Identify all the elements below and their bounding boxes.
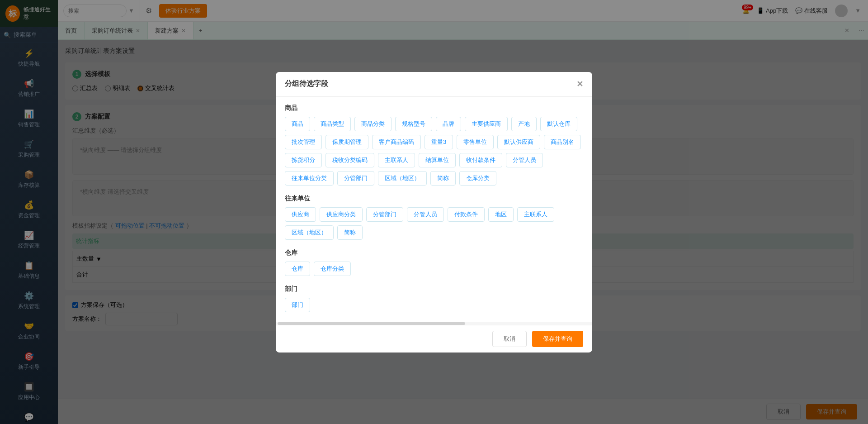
field-chip[interactable]: 供应商分类 bbox=[320, 207, 363, 222]
field-chip[interactable]: 品牌 bbox=[436, 117, 461, 131]
field-chip[interactable]: 仓库 bbox=[285, 262, 310, 276]
field-chip[interactable]: 部门 bbox=[285, 298, 310, 312]
field-chip[interactable]: 分管人员 bbox=[407, 207, 444, 222]
field-section-goods: 商品商品商品类型商品分类规格型号品牌主要供应商产地默认仓库批次管理保质期管理客户… bbox=[285, 104, 583, 186]
field-chip[interactable]: 收付款条件 bbox=[459, 153, 502, 167]
field-chip[interactable]: 分管部门 bbox=[366, 207, 403, 222]
field-section-title-warehouse: 仓库 bbox=[285, 249, 583, 257]
field-section-counterpart: 往来单位供应商供应商分类分管部门分管人员付款条件地区主联系人区域（地区）简称 bbox=[285, 195, 583, 240]
field-chip[interactable]: 仓库分类 bbox=[314, 262, 351, 276]
field-chip[interactable]: 供应商 bbox=[285, 207, 316, 222]
modal-confirm-button[interactable]: 保存并查询 bbox=[532, 331, 583, 347]
field-chip[interactable]: 拣货积分 bbox=[285, 153, 322, 167]
field-section-title-goods: 商品 bbox=[285, 104, 583, 112]
field-chip[interactable]: 往来单位分类 bbox=[285, 171, 334, 186]
field-chip[interactable]: 分管人员 bbox=[506, 153, 543, 167]
modal-header: 分组待选字段 ✕ bbox=[276, 72, 592, 97]
field-chips-counterpart: 供应商供应商分类分管部门分管人员付款条件地区主联系人区域（地区）简称 bbox=[285, 207, 583, 240]
modal-footer: 取消 保存并查询 bbox=[276, 325, 592, 353]
field-chip[interactable]: 产地 bbox=[511, 117, 537, 131]
field-chip[interactable]: 批次管理 bbox=[285, 135, 322, 149]
field-select-modal: 分组待选字段 ✕ 商品商品商品类型商品分类规格型号品牌主要供应商产地默认仓库批次… bbox=[276, 72, 592, 353]
field-chip[interactable]: 区域（地区） bbox=[285, 225, 334, 240]
field-chip[interactable]: 仓库分类 bbox=[459, 171, 496, 186]
field-chip[interactable]: 主联系人 bbox=[378, 153, 415, 167]
field-chip[interactable]: 零售单位 bbox=[457, 135, 494, 149]
modal-close-button[interactable]: ✕ bbox=[576, 79, 583, 89]
field-chip[interactable]: 规格型号 bbox=[395, 117, 432, 131]
field-chip[interactable]: 简称 bbox=[430, 171, 456, 186]
field-section-title-department: 部门 bbox=[285, 285, 583, 293]
field-chip[interactable]: 默认供应商 bbox=[497, 135, 540, 149]
field-section-warehouse: 仓库仓库仓库分类 bbox=[285, 249, 583, 276]
field-chip[interactable]: 付款条件 bbox=[448, 207, 485, 222]
field-chip[interactable]: 商品 bbox=[285, 117, 310, 131]
field-chip[interactable]: 商品分类 bbox=[354, 117, 392, 131]
field-chip[interactable]: 税收分类编码 bbox=[326, 153, 374, 167]
field-chip[interactable]: 地区 bbox=[488, 207, 514, 222]
field-chip[interactable]: 结算单位 bbox=[419, 153, 456, 167]
field-chip[interactable]: 客户商品编码 bbox=[372, 135, 421, 149]
field-section-department: 部门部门 bbox=[285, 285, 583, 312]
field-chip[interactable]: 分管部门 bbox=[337, 171, 374, 186]
field-section-title-counterpart: 往来单位 bbox=[285, 195, 583, 203]
field-chip[interactable]: 商品类型 bbox=[314, 117, 351, 131]
modal-body: 商品商品商品类型商品分类规格型号品牌主要供应商产地默认仓库批次管理保质期管理客户… bbox=[276, 97, 592, 322]
field-chip[interactable]: 商品别名 bbox=[544, 135, 581, 149]
field-chip[interactable]: 保质期管理 bbox=[326, 135, 368, 149]
modal-cancel-button[interactable]: 取消 bbox=[492, 331, 527, 347]
field-chip[interactable]: 区域（地区） bbox=[378, 171, 427, 186]
modal-overlay: 分组待选字段 ✕ 商品商品商品类型商品分类规格型号品牌主要供应商产地默认仓库批次… bbox=[0, 0, 868, 424]
field-chip[interactable]: 主要供应商 bbox=[465, 117, 508, 131]
field-chip[interactable]: 默认仓库 bbox=[540, 117, 577, 131]
modal-title: 分组待选字段 bbox=[285, 79, 328, 89]
field-chips-warehouse: 仓库仓库分类 bbox=[285, 262, 583, 276]
field-chip[interactable]: 重量3 bbox=[425, 135, 453, 149]
field-chip[interactable]: 主联系人 bbox=[517, 207, 554, 222]
field-chip[interactable]: 简称 bbox=[337, 225, 363, 240]
field-chips-department: 部门 bbox=[285, 298, 583, 312]
field-chips-goods: 商品商品类型商品分类规格型号品牌主要供应商产地默认仓库批次管理保质期管理客户商品… bbox=[285, 117, 583, 186]
